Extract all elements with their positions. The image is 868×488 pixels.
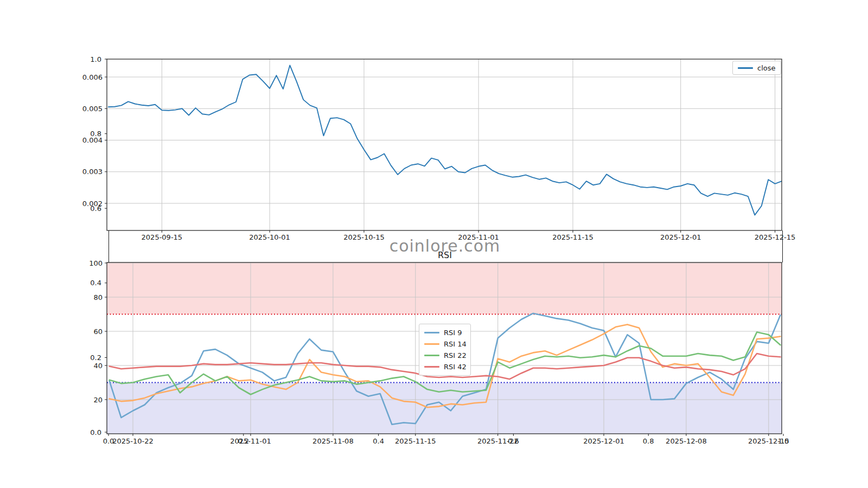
rsi-y-tick-label: 20 bbox=[93, 396, 103, 404]
price-grid bbox=[107, 59, 782, 230]
price-x-tick-label: 2025-10-01 bbox=[249, 233, 290, 241]
chart-figure: 2025-09-152025-10-012025-10-152025-11-01… bbox=[0, 0, 868, 488]
rsi-x-tick-label: 2025-11-15 bbox=[395, 437, 436, 445]
price-legend: close bbox=[732, 61, 781, 75]
close-line-swatch bbox=[738, 67, 753, 69]
price-x-tick-label: 2025-12-15 bbox=[755, 233, 796, 241]
overlay-x-tick-label: 0.6 bbox=[508, 437, 519, 445]
overlay-x-tick-label: 0.2 bbox=[238, 437, 249, 445]
rsi-x-tick-label: 2025-12-08 bbox=[666, 437, 707, 445]
overlay-x-tick-label: 0.8 bbox=[643, 437, 654, 445]
rsi-y-tick-label: 100 bbox=[89, 259, 103, 267]
rsi-line-swatch bbox=[424, 355, 439, 356]
price-y-tick-label: 0.005 bbox=[82, 105, 103, 113]
rsi-x-tick-label: 2025-10-22 bbox=[112, 437, 154, 445]
overlay-y-tick-label: 1.0 bbox=[90, 55, 101, 63]
rsi-x-tick-label: 2025-11-01 bbox=[230, 437, 271, 445]
price-panel: 2025-09-152025-10-012025-10-152025-11-01… bbox=[82, 55, 796, 242]
overlay-x-tick-label: 0.0 bbox=[103, 437, 114, 445]
rsi-legend-row: RSI 42 bbox=[419, 361, 470, 373]
overlay-y-tick-label: 0.0 bbox=[90, 428, 101, 436]
rsi-y-tick-label: 60 bbox=[93, 328, 103, 336]
rsi-legend-label: RSI 14 bbox=[444, 340, 467, 348]
close-legend-label: close bbox=[757, 64, 775, 72]
price-tick-labels: 2025-09-152025-10-012025-10-152025-11-01… bbox=[82, 55, 796, 242]
rsi-line-swatch bbox=[424, 366, 439, 368]
rsi-legend-row: RSI 14 bbox=[419, 338, 470, 350]
price-y-tick-label: 0.003 bbox=[82, 168, 103, 176]
overlay-x-tick-label: 1.0 bbox=[778, 437, 789, 445]
rsi-legend: RSI 9RSI 14RSI 22RSI 42 bbox=[419, 324, 471, 376]
overlay-y-tick-label: 0.4 bbox=[90, 279, 101, 287]
overbought-band bbox=[107, 262, 782, 314]
overlay-y-tick-label: 0.6 bbox=[90, 204, 101, 213]
rsi-legend-row: RSI 22 bbox=[419, 350, 470, 361]
rsi-legend-label: RSI 9 bbox=[444, 329, 462, 337]
price-x-tick-label: 2025-12-01 bbox=[660, 233, 701, 241]
rsi-legend-label: RSI 22 bbox=[444, 351, 467, 359]
overlay-x-tick-label: 0.4 bbox=[373, 437, 384, 445]
rsi-legend-label: RSI 42 bbox=[444, 363, 467, 371]
rsi-x-tick-label: 2025-12-01 bbox=[583, 437, 624, 445]
overlay-y-tick-label: 0.2 bbox=[90, 354, 101, 362]
rsi-x-tick-label: 2025-11-08 bbox=[312, 437, 354, 445]
rsi-line-swatch bbox=[424, 343, 439, 345]
price-x-tick-label: 2025-11-15 bbox=[552, 233, 593, 241]
overlay-y-tick-label: 0.8 bbox=[90, 130, 101, 138]
price-y-tick-label: 0.006 bbox=[82, 73, 103, 81]
rsi-line-swatch bbox=[424, 332, 439, 333]
rsi-y-tick-label: 80 bbox=[93, 293, 103, 301]
rsi-panel-title: RSI bbox=[391, 250, 499, 260]
price-x-tick-label: 2025-09-15 bbox=[142, 233, 183, 241]
rsi-y-tick-label: 40 bbox=[93, 362, 103, 370]
rsi-legend-row: RSI 9 bbox=[419, 327, 470, 338]
